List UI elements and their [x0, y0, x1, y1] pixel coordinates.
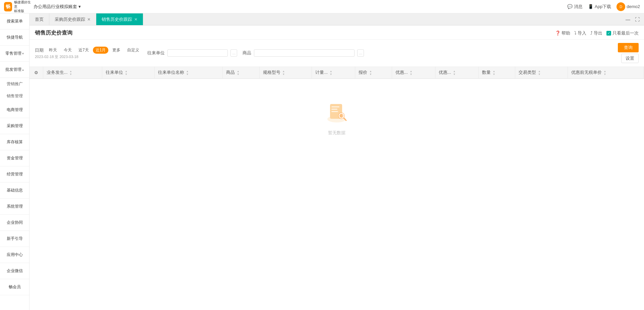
table-col-spec[interactable]: 规格型号 ▲▼ — [259, 67, 312, 79]
table-col-quote[interactable]: 报价 ▲▼ — [355, 67, 392, 79]
sidebar-item-guide[interactable]: 新手引导 — [0, 231, 29, 247]
date-filter-group: 日期 昨天 今天 近7天 近1月 更多 自定义 2023-02-18 至 202… — [35, 47, 142, 59]
tab-sales-history[interactable]: 销售历史价跟踪 ✕ — [96, 13, 143, 25]
data-table: ⚙ 业务发生... ▲▼ 往来单位 ▲▼ 往来单位名称 — [30, 67, 644, 79]
sidebar-item-member[interactable]: 畅会员 — [0, 279, 29, 295]
sort-icon: ▲▼ — [125, 70, 127, 76]
counterparty-filter: 往来单位 ... — [147, 49, 237, 57]
tab-maximize-button[interactable]: ⛶ — [633, 15, 641, 23]
svg-rect-2 — [331, 106, 339, 107]
sort-icon: ▲▼ — [186, 70, 189, 76]
phone-icon: 📱 — [588, 4, 593, 9]
table-col-notaxprice[interactable]: 优惠前无税单价 ▲▼ — [568, 67, 644, 79]
counterparty-picker-button[interactable]: ... — [230, 49, 237, 57]
table-col-unit[interactable]: 计量... ▲▼ — [312, 67, 355, 79]
sidebar-item-wholesale[interactable]: 批发管理 ▴ — [0, 62, 29, 78]
chevron-down-icon: ▾ — [22, 52, 24, 55]
message-icon: 💬 — [567, 4, 573, 9]
sidebar-item-inventory[interactable]: 库存核算 — [0, 134, 29, 150]
table-col-settings[interactable]: ⚙ — [30, 67, 43, 79]
product-input[interactable] — [254, 49, 355, 57]
table-col-counterpartyname[interactable]: 往来单位名称 ▲▼ — [155, 67, 223, 79]
chevron-down-icon: ▾ — [78, 4, 81, 9]
sidebar-item-ecommerce[interactable]: 电商管理 — [0, 102, 29, 118]
table-col-tradetype[interactable]: 交易类型 ▲▼ — [515, 67, 568, 79]
logo-icon: 畅 — [4, 2, 12, 11]
page-content: 销售历史价查询 ❓ 帮助 ⤵ 导入 ⤴ 导出 ✓ — [30, 25, 644, 310]
query-button[interactable]: 查询 — [618, 43, 639, 52]
date-options: 昨天 今天 近7天 近1月 更多 自定义 — [46, 47, 142, 54]
product-picker-button[interactable]: ... — [357, 49, 364, 57]
table-col-quantity[interactable]: 数量 ▲▼ — [479, 67, 515, 79]
top-bar-right: 💬 消息 📱 App下载 D demo2 — [567, 2, 640, 11]
date-option-yesterday[interactable]: 昨天 — [46, 47, 60, 54]
date-range-text: 2023-02-18 至 2023-03-18 — [35, 54, 142, 59]
settings-button[interactable]: 设置 — [621, 54, 639, 63]
tab-close-sales[interactable]: ✕ — [134, 17, 138, 22]
page-title: 销售历史价查询 — [35, 30, 72, 37]
counterparty-input[interactable] — [167, 49, 228, 57]
sidebar-item-finance[interactable]: 资金管理 — [0, 150, 29, 166]
sidebar-item-operation[interactable]: 经营管理 — [0, 166, 29, 183]
export-icon: ⤴ — [590, 31, 593, 36]
sort-icon: ▲▼ — [493, 70, 495, 76]
sidebar-item-purchase[interactable]: 采购管理 — [0, 118, 29, 134]
page-title-bar: 销售历史价查询 ❓ 帮助 ⤵ 导入 ⤴ 导出 ✓ — [30, 25, 644, 40]
date-option-more[interactable]: 更多 — [110, 47, 123, 54]
sidebar-item-sales[interactable]: 销售管理 — [0, 90, 29, 102]
company-name: 办公用品行业模拟账套 — [34, 4, 77, 10]
tab-minimize-button[interactable]: — — [624, 15, 632, 23]
content-area: 首页 采购历史价跟踪 ✕ 销售历史价跟踪 ✕ — ⛶ 销售历史价查询 — [30, 13, 644, 310]
product-label: 商品 — [243, 50, 251, 56]
table-col-discount1[interactable]: 优惠... ▲▼ — [392, 67, 435, 79]
user-profile[interactable]: D demo2 — [616, 2, 640, 11]
sort-icon: ▲▼ — [330, 70, 332, 76]
svg-rect-3 — [331, 109, 337, 110]
page-title-actions: ❓ 帮助 ⤵ 导入 ⤴ 导出 ✓ 只看最后一次 — [555, 30, 639, 36]
last-only-checkbox-label[interactable]: ✓ 只看最后一次 — [606, 30, 639, 36]
table-container: ⚙ 业务发生... ▲▼ 往来单位 ▲▼ 往来单位名称 — [30, 67, 644, 310]
tab-purchase-history[interactable]: 采购历史价跟踪 ✕ — [49, 13, 96, 25]
table-col-bizdate[interactable]: 业务发生... ▲▼ — [43, 67, 102, 79]
date-label: 日期 — [35, 47, 44, 53]
tab-close-purchase[interactable]: ✕ — [87, 17, 91, 22]
empty-state-icon — [323, 99, 350, 126]
sidebar-item-quicknav[interactable]: 快捷导航 — [0, 30, 29, 46]
sort-icon: ▲▼ — [604, 70, 606, 76]
sort-icon: ▲▼ — [410, 70, 412, 76]
export-button[interactable]: ⤴ 导出 — [590, 30, 602, 36]
sort-icon: ▲▼ — [453, 70, 455, 76]
tab-bar: 首页 采购历史价跟踪 ✕ 销售历史价跟踪 ✕ — ⛶ — [30, 13, 644, 25]
logo-text: 畅捷通好生意 标准版 — [14, 0, 31, 13]
sidebar-item-collab[interactable]: 企业协同 — [0, 215, 29, 231]
sidebar: 搜索菜单 快捷导航 零售管理 ▾ 批发管理 ▴ 营销推广 销售管理 电商管理 采… — [0, 13, 30, 310]
date-option-last7[interactable]: 近7天 — [76, 47, 92, 54]
import-button[interactable]: ⤵ 导入 — [574, 30, 586, 36]
sidebar-item-basic[interactable]: 基础信息 — [0, 183, 29, 199]
avatar: D — [616, 2, 625, 11]
message-button[interactable]: 💬 消息 — [567, 4, 583, 10]
filter-bar: 日期 昨天 今天 近7天 近1月 更多 自定义 2023-02-18 至 202… — [30, 40, 644, 67]
chevron-up-icon: ▴ — [22, 68, 24, 71]
sort-icon: ▲▼ — [282, 70, 285, 76]
tab-home[interactable]: 首页 — [30, 13, 49, 25]
date-option-last1m[interactable]: 近1月 — [93, 47, 109, 54]
sidebar-item-wechat[interactable]: 企业微信 — [0, 263, 29, 279]
table-col-product[interactable]: 商品 ▲▼ — [223, 67, 259, 79]
sidebar-item-marketing[interactable]: 营销推广 — [0, 78, 29, 90]
sidebar-item-search[interactable]: 搜索菜单 — [0, 13, 29, 30]
date-option-custom[interactable]: 自定义 — [124, 47, 142, 54]
settings-icon: ⚙ — [34, 70, 38, 75]
sidebar-item-appstore[interactable]: 应用中心 — [0, 247, 29, 263]
app-download-button[interactable]: 📱 App下载 — [588, 4, 611, 10]
empty-state: 暂无数据 — [30, 79, 644, 156]
table-col-discount2[interactable]: 优惠... ▲▼ — [435, 67, 478, 79]
company-selector[interactable]: 办公用品行业模拟账套 ▾ — [34, 4, 565, 10]
date-option-today[interactable]: 今天 — [61, 47, 74, 54]
help-button[interactable]: ❓ 帮助 — [555, 30, 570, 36]
sidebar-item-system[interactable]: 系统管理 — [0, 199, 29, 215]
import-icon: ⤵ — [574, 31, 577, 36]
question-icon: ❓ — [555, 31, 560, 36]
table-col-counterparty[interactable]: 往来单位 ▲▼ — [102, 67, 154, 79]
sidebar-item-retail[interactable]: 零售管理 ▾ — [0, 46, 29, 62]
